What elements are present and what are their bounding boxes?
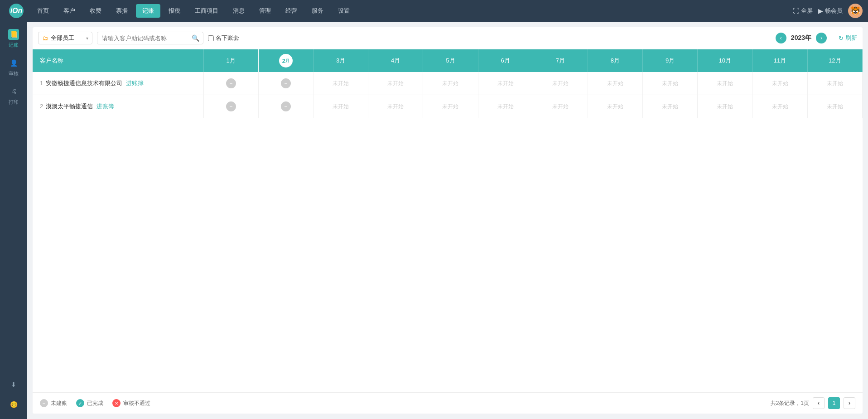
not-started-label: 未开始 (772, 80, 788, 87)
layout: 📒 记账 👤 审核 🖨 打印 ⬇😊 🗂 全部员工 ▾ 🔍 (0, 22, 868, 419)
nav-item-customer[interactable]: 客户 (57, 4, 82, 18)
col-header-m3: 3月 (313, 49, 368, 72)
pagination: 共2条记录，1页 ‹ 1 › (771, 397, 855, 409)
sidebar-item-review[interactable]: 👤 审核 (2, 54, 25, 81)
not-started-label: 未开始 (772, 103, 788, 110)
sidebar-item-accounting[interactable]: 📒 记账 (2, 25, 25, 52)
not-started-label: 未开始 (333, 103, 349, 110)
status-dot-icon: − (226, 78, 236, 88)
not-started-label: 未开始 (387, 80, 404, 87)
employee-label: 全部员工 (51, 34, 74, 42)
customer-name-cell: 1安徽畅捷通信息技术有限公司进账簿 (33, 72, 203, 95)
vip-button[interactable]: ▶ 畅会员 (818, 7, 843, 15)
legend-icon-not-built: − (40, 399, 48, 407)
nav-item-message[interactable]: 消息 (227, 4, 251, 18)
not-started-label: 未开始 (662, 80, 678, 87)
nav-item-home[interactable]: 首页 (31, 4, 55, 18)
active-month-circle: 2月 (279, 54, 293, 67)
search-button[interactable]: 🔍 (188, 32, 203, 44)
not-started-label: 未开始 (497, 103, 514, 110)
month-cell-m3: 未开始 (313, 95, 368, 118)
my-accounts-checkbox-wrap[interactable]: 名下账套 (208, 34, 239, 42)
sidebar-icon-print: 🖨 (8, 86, 19, 97)
not-started-label: 未开始 (717, 80, 733, 87)
my-accounts-checkbox[interactable] (208, 35, 214, 41)
month-cell-m2: − (258, 72, 313, 95)
month-cell-m1: − (203, 72, 258, 95)
month-cell-m10: 未开始 (698, 72, 752, 95)
legend-label-rejected: 审核不通过 (123, 400, 150, 407)
sidebar-item-support[interactable]: 😊 (2, 395, 25, 414)
not-started-label: 未开始 (442, 103, 458, 110)
nav-item-operation[interactable]: 经营 (279, 4, 304, 18)
month-cell-m9: 未开始 (643, 72, 698, 95)
not-started-label: 未开始 (662, 103, 678, 110)
col-header-m4: 4月 (368, 49, 423, 72)
avatar[interactable]: 🐯 (848, 4, 863, 18)
sidebar-icon-review: 👤 (8, 58, 19, 68)
content-wrapper: 🗂 全部员工 ▾ 🔍 名下账套 ‹ 2023年 › (33, 27, 863, 414)
year-nav: ‹ 2023年 › (776, 33, 827, 43)
month-cell-m11: 未开始 (752, 72, 807, 95)
month-cell-m4: 未开始 (368, 72, 423, 95)
dropdown-arrow-icon: ▾ (86, 36, 88, 41)
sidebar-icon-download: ⬇ (8, 379, 19, 390)
month-cell-m7: 未开始 (533, 72, 588, 95)
refresh-icon: ↻ (839, 35, 844, 42)
prev-year-button[interactable]: ‹ (776, 33, 786, 43)
nav-right: ⛶ 全屏 ▶ 畅会员 🐯 (793, 4, 863, 18)
year-display: 2023年 (791, 34, 811, 42)
page-1-button[interactable]: 1 (828, 397, 840, 409)
sidebar-icon-support: 😊 (8, 399, 19, 410)
legend-item-rejected: ✕审核不通过 (112, 399, 150, 407)
month-cell-m8: 未开始 (588, 95, 642, 118)
nav-item-business[interactable]: 工商项目 (188, 4, 225, 18)
col-header-m6: 6月 (478, 49, 533, 72)
customer-name: 漠澳太平畅捷通信 (46, 103, 93, 110)
fullscreen-button[interactable]: ⛶ 全屏 (793, 7, 813, 15)
status-dot-icon: − (281, 78, 291, 88)
month-cell-m12: 未开始 (807, 72, 862, 95)
month-cell-m10: 未开始 (698, 95, 752, 118)
customer-name: 安徽畅捷通信息技术有限公司 (46, 80, 122, 87)
table-row: 2漠澳太平畅捷通信进账簿−−未开始未开始未开始未开始未开始未开始未开始未开始未开… (33, 95, 863, 118)
refresh-button[interactable]: ↻ 刷新 (839, 34, 857, 42)
col-header-m11: 11月 (752, 49, 807, 72)
status-dot-icon: − (226, 101, 236, 111)
legend-label-completed: 已完成 (87, 400, 103, 407)
month-cell-m6: 未开始 (478, 72, 533, 95)
not-started-label: 未开始 (442, 80, 458, 87)
status-dot-icon: − (281, 101, 291, 111)
col-header-m5: 5月 (423, 49, 478, 72)
col-header-m8: 8月 (588, 49, 642, 72)
table-footer: −未建账✓已完成✕审核不通过 共2条记录，1页 ‹ 1 › (33, 392, 863, 414)
accounts-table: 客户名称1月2月3月4月5月6月7月8月9月10月11月12月1安徽畅捷通信息技… (33, 49, 863, 118)
month-cell-m9: 未开始 (643, 95, 698, 118)
nav-item-settings[interactable]: 设置 (332, 4, 356, 18)
not-started-label: 未开始 (607, 80, 623, 87)
not-started-label: 未开始 (333, 80, 349, 87)
not-started-label: 未开始 (717, 103, 733, 110)
employee-select[interactable]: 🗂 全部员工 ▾ (38, 32, 92, 44)
month-cell-m2: − (258, 95, 313, 118)
prev-page-button[interactable]: ‹ (813, 397, 825, 409)
next-year-button[interactable]: › (816, 33, 827, 43)
nav-item-tax[interactable]: 报税 (162, 4, 187, 18)
enter-ledger-link[interactable]: 进账簿 (96, 103, 114, 110)
search-input[interactable] (97, 33, 188, 44)
table-row: 1安徽畅捷通信息技术有限公司进账簿−−未开始未开始未开始未开始未开始未开始未开始… (33, 72, 863, 95)
row-number: 2 (40, 103, 43, 110)
nav-item-fee[interactable]: 收费 (83, 4, 108, 18)
nav-item-manage[interactable]: 管理 (253, 4, 277, 18)
enter-ledger-link[interactable]: 进账簿 (126, 80, 144, 87)
nav-items: 首页客户收费票据记账报税工商项目消息管理经营服务设置 (31, 4, 793, 18)
toolbar: 🗂 全部员工 ▾ 🔍 名下账套 ‹ 2023年 › (33, 27, 863, 49)
legend-icon-rejected: ✕ (112, 399, 121, 407)
next-page-button[interactable]: › (844, 397, 855, 409)
sidebar-item-print[interactable]: 🖨 打印 (2, 82, 25, 109)
nav-item-service[interactable]: 服务 (305, 4, 330, 18)
sidebar-item-download[interactable]: ⬇ (2, 376, 25, 394)
nav-item-invoice[interactable]: 票据 (110, 4, 134, 18)
not-started-label: 未开始 (552, 80, 569, 87)
nav-item-accounting[interactable]: 记账 (136, 4, 160, 18)
